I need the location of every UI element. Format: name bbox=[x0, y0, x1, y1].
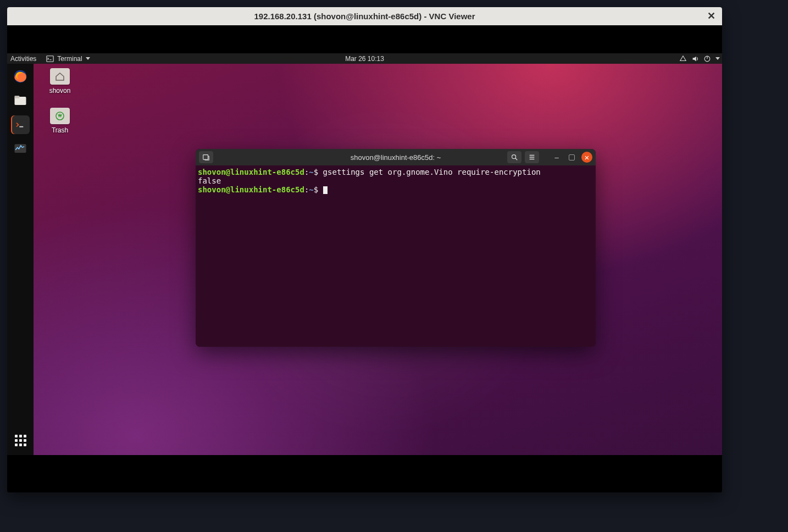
vnc-titlebar[interactable]: 192.168.20.131 (shovon@linuxhint-e86c5d)… bbox=[7, 7, 722, 25]
system-tray[interactable] bbox=[679, 55, 720, 63]
ubuntu-dock bbox=[7, 64, 34, 455]
svg-point-8 bbox=[512, 155, 516, 159]
hamburger-menu-button[interactable] bbox=[525, 151, 539, 163]
vnc-close-button[interactable]: ✕ bbox=[703, 7, 719, 25]
terminal-window: shovon@linuxhint-e86c5d: ~ shovon@linuxh… bbox=[196, 149, 596, 347]
desktop-area[interactable]: shovon Trash shovon@linuxhint-e86c5d: ~ bbox=[34, 64, 722, 455]
svg-rect-0 bbox=[47, 56, 53, 62]
dock-item-firefox[interactable] bbox=[11, 67, 30, 86]
desktop-icon-label: shovon bbox=[43, 87, 76, 95]
power-icon bbox=[703, 55, 711, 63]
svg-rect-7 bbox=[203, 155, 208, 160]
dock-item-terminal[interactable] bbox=[11, 115, 30, 134]
new-tab-icon bbox=[202, 153, 210, 161]
clock[interactable]: Mar 26 10:13 bbox=[345, 55, 384, 63]
gnome-top-panel: Activities Terminal Mar 26 10:13 bbox=[7, 53, 722, 64]
apps-grid-icon bbox=[15, 435, 26, 446]
window-maximize-button[interactable] bbox=[569, 154, 575, 160]
search-icon bbox=[510, 153, 518, 161]
svg-rect-5 bbox=[14, 119, 27, 130]
search-button[interactable] bbox=[507, 151, 521, 163]
window-minimize-button[interactable] bbox=[551, 152, 562, 163]
terminal-icon bbox=[46, 55, 54, 63]
vnc-title: 192.168.20.131 (shovon@linuxhint-e86c5d)… bbox=[254, 12, 475, 21]
home-folder-icon bbox=[50, 68, 70, 85]
terminal-icon bbox=[13, 117, 28, 132]
close-icon: ✕ bbox=[707, 10, 715, 22]
desktop-icon-label: Trash bbox=[43, 126, 76, 134]
window-close-button[interactable] bbox=[581, 152, 592, 163]
dock-item-files[interactable] bbox=[11, 91, 30, 110]
dock-item-system-monitor[interactable] bbox=[11, 140, 30, 158]
remote-framebuffer: Activities Terminal Mar 26 10:13 bbox=[7, 25, 722, 492]
network-icon bbox=[679, 55, 687, 63]
desktop-icon-trash[interactable]: Trash bbox=[43, 108, 76, 134]
files-icon bbox=[13, 93, 28, 108]
desktop-icon-home[interactable]: shovon bbox=[43, 68, 76, 95]
hamburger-icon bbox=[528, 153, 536, 161]
terminal-body[interactable]: shovon@linuxhint-e86c5d:~$ gsettings get… bbox=[196, 165, 596, 347]
system-monitor-icon bbox=[13, 141, 28, 157]
firefox-icon bbox=[13, 69, 28, 84]
app-menu[interactable]: Terminal bbox=[46, 55, 90, 63]
terminal-title: shovon@linuxhint-e86c5d: ~ bbox=[351, 153, 441, 162]
vnc-viewer-window: 192.168.20.131 (shovon@linuxhint-e86c5d)… bbox=[7, 7, 722, 492]
activities-button[interactable]: Activities bbox=[10, 55, 36, 63]
chevron-down-icon bbox=[86, 57, 90, 60]
app-menu-label: Terminal bbox=[57, 55, 82, 63]
terminal-headerbar[interactable]: shovon@linuxhint-e86c5d: ~ bbox=[196, 149, 596, 165]
volume-icon bbox=[691, 55, 699, 63]
chevron-down-icon bbox=[715, 57, 720, 60]
new-tab-button[interactable] bbox=[199, 151, 213, 163]
show-applications-button[interactable] bbox=[11, 431, 30, 450]
trash-icon bbox=[50, 108, 70, 124]
svg-rect-4 bbox=[15, 96, 20, 98]
